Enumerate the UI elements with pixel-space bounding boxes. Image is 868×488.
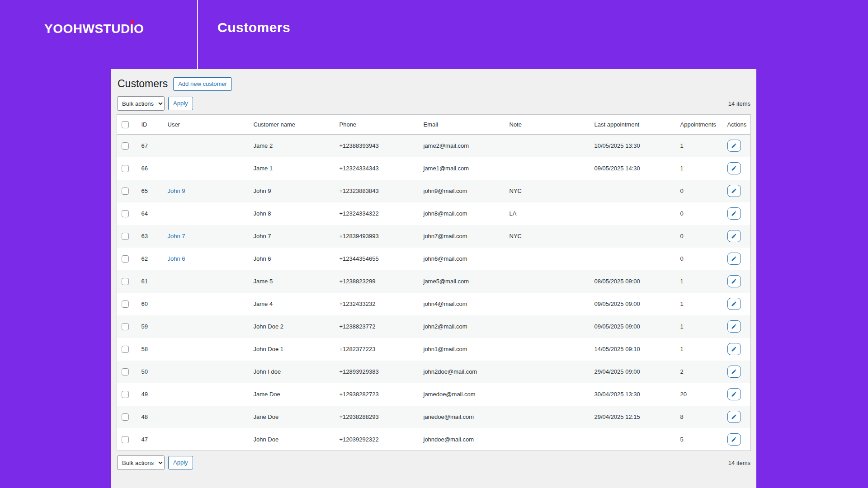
cell-customer-name: Jame 2 [249, 135, 335, 157]
cell-appointments: 5 [676, 428, 723, 451]
row-checkbox[interactable] [122, 188, 129, 195]
heading-row: Customers Add new customer [118, 77, 751, 91]
cell-note: NYC [505, 225, 590, 248]
cell-checkbox [117, 225, 137, 248]
section-title: Customers [118, 78, 168, 90]
cell-appointments: 1 [676, 293, 723, 315]
edit-button[interactable] [727, 140, 741, 152]
edit-button[interactable] [727, 162, 741, 174]
logo-text: YOOHWSTUDIO [44, 22, 144, 36]
edit-button[interactable] [727, 253, 741, 265]
cell-last-appointment: 10/05/2025 13:30 [590, 135, 676, 157]
apply-button[interactable]: Apply [168, 97, 193, 110]
edit-button[interactable] [727, 298, 741, 310]
cell-last-appointment [590, 428, 676, 451]
pencil-icon [731, 414, 737, 420]
cell-email: jame5@mail.com [419, 270, 505, 293]
row-checkbox[interactable] [122, 323, 129, 330]
edit-button[interactable] [727, 207, 741, 220]
cell-phone: +12324334322 [335, 202, 419, 225]
cell-customer-name: John 8 [249, 202, 335, 225]
cell-phone: +1282377223 [335, 338, 419, 361]
row-checkbox[interactable] [122, 142, 129, 150]
cell-user [163, 361, 249, 383]
cell-customer-name: Jane Doe [249, 406, 335, 428]
cell-appointments: 1 [676, 270, 723, 293]
column-header-phone: Phone [335, 115, 419, 135]
row-checkbox[interactable] [122, 436, 129, 443]
cell-user [163, 270, 249, 293]
cell-customer-name: John 7 [249, 225, 335, 248]
column-header-note: Note [505, 115, 590, 135]
cell-checkbox [117, 338, 137, 361]
apply-button-bottom[interactable]: Apply [168, 456, 193, 469]
bulk-actions-select[interactable]: Bulk actions [117, 96, 165, 111]
header-cell-checkbox [117, 115, 137, 135]
column-header-actions: Actions [723, 115, 751, 135]
column-header-user: User [163, 115, 249, 135]
table-row: 48 Jane Doe +12938288293 janedoe@mail.co… [117, 406, 751, 428]
cell-actions [723, 383, 751, 406]
cell-customer-name: John Doe 2 [249, 315, 335, 338]
bulk-actions-select-bottom[interactable]: Bulk actions [117, 455, 165, 470]
user-link[interactable]: John 9 [168, 188, 185, 194]
user-link[interactable]: John 6 [168, 255, 185, 262]
select-all-checkbox[interactable] [122, 121, 129, 128]
edit-button[interactable] [727, 320, 741, 333]
row-checkbox[interactable] [122, 255, 129, 263]
cell-checkbox [117, 202, 137, 225]
row-checkbox[interactable] [122, 165, 129, 172]
cell-appointments: 1 [676, 338, 723, 361]
cell-id: 61 [137, 270, 163, 293]
cell-note [505, 157, 590, 180]
cell-phone: +12388393943 [335, 135, 419, 157]
edit-button[interactable] [727, 185, 741, 197]
cell-id: 65 [137, 180, 163, 202]
row-checkbox[interactable] [122, 278, 129, 285]
row-checkbox[interactable] [122, 233, 129, 240]
cell-user [163, 428, 249, 451]
cell-last-appointment: 29/04/2025 09:00 [590, 361, 676, 383]
edit-button[interactable] [727, 433, 741, 446]
row-checkbox[interactable] [122, 368, 129, 375]
cell-note [505, 135, 590, 157]
row-checkbox[interactable] [122, 300, 129, 308]
cell-last-appointment: 14/05/2025 09:10 [590, 338, 676, 361]
pencil-icon [731, 324, 737, 329]
cell-last-appointment: 29/04/2025 12:15 [590, 406, 676, 428]
cell-customer-name: Jame 1 [249, 157, 335, 180]
cell-email: jame1@mail.com [419, 157, 505, 180]
column-header-email: Email [419, 115, 505, 135]
row-checkbox[interactable] [122, 346, 129, 353]
edit-button[interactable] [727, 230, 741, 242]
user-link[interactable]: John 7 [168, 233, 185, 239]
cell-checkbox [117, 383, 137, 406]
cell-id: 48 [137, 406, 163, 428]
top-toolbar: Bulk actions Apply 14 items [117, 96, 750, 111]
items-count-top: 14 items [728, 100, 750, 107]
table-row: 59 John Doe 2 +1238823772 john2@mail.com… [117, 315, 751, 338]
cell-last-appointment [590, 180, 676, 202]
edit-button[interactable] [727, 275, 741, 287]
edit-button[interactable] [727, 388, 741, 400]
cell-phone: +12938288293 [335, 406, 419, 428]
add-new-customer-button[interactable]: Add new customer [173, 77, 232, 91]
row-checkbox[interactable] [122, 391, 129, 398]
table-row: 50 John I doe +12893929383 john2doe@mail… [117, 361, 751, 383]
customers-table-body: 67 Jame 2 +12388393943 jame2@mail.com 10… [117, 135, 751, 451]
edit-button[interactable] [727, 411, 741, 423]
edit-button[interactable] [727, 343, 741, 355]
edit-button[interactable] [727, 366, 741, 378]
cell-id: 60 [137, 293, 163, 315]
cell-appointments: 1 [676, 135, 723, 157]
cell-customer-name: John 6 [249, 248, 335, 270]
row-checkbox[interactable] [122, 413, 129, 421]
bottom-bulk-actions-group: Bulk actions Apply [117, 455, 193, 470]
customers-table: ID User Customer name Phone Email Note L… [117, 114, 751, 451]
cell-customer-name: John I doe [249, 361, 335, 383]
cell-email: john1@mail.com [419, 338, 505, 361]
pencil-icon [731, 165, 737, 171]
cell-phone: +12344354655 [335, 248, 419, 270]
column-header-customer-name: Customer name [249, 115, 335, 135]
row-checkbox[interactable] [122, 210, 129, 217]
